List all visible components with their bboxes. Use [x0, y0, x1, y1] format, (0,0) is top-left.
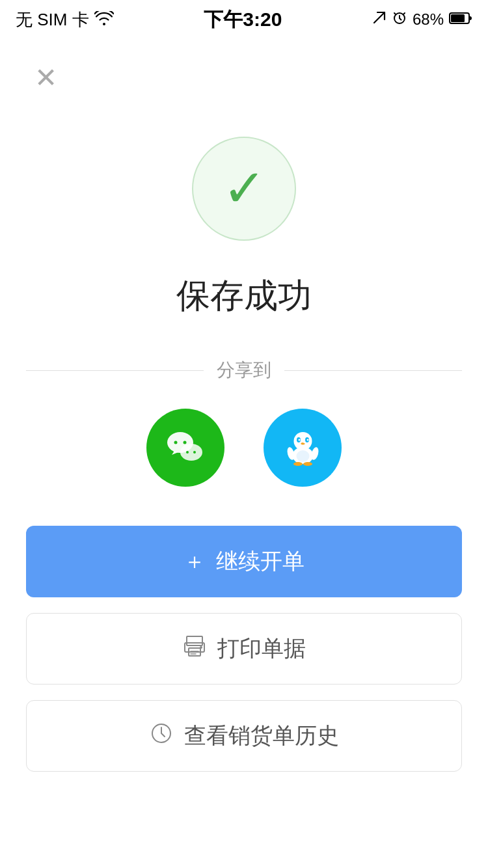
action-buttons: ＋ 继续开单 打印单据: [26, 526, 462, 772]
share-section: 分享到: [26, 358, 462, 487]
divider-right: [284, 370, 462, 371]
svg-point-23: [200, 646, 202, 649]
status-bar: 无 SIM 卡 下午3:20 68%: [0, 0, 488, 39]
success-title: 保存成功: [176, 273, 312, 319]
plus-icon: ＋: [183, 547, 206, 576]
svg-point-7: [186, 451, 189, 454]
alarm-icon: [392, 10, 407, 29]
share-label: 分享到: [217, 358, 271, 383]
status-left: 无 SIM 卡: [16, 8, 114, 31]
svg-point-8: [193, 451, 196, 454]
svg-point-5: [174, 441, 178, 444]
wechat-icon: [163, 425, 208, 470]
qq-icon: [282, 427, 324, 469]
svg-point-15: [296, 450, 309, 462]
location-icon: [372, 10, 386, 29]
status-right: 68%: [372, 10, 472, 29]
svg-rect-20: [187, 636, 202, 645]
success-circle: ✓: [192, 137, 296, 241]
svg-point-4: [180, 444, 202, 461]
print-label: 打印单据: [217, 634, 306, 664]
history-button[interactable]: 查看销货单历史: [26, 700, 462, 772]
status-time: 下午3:20: [204, 7, 282, 33]
print-button[interactable]: 打印单据: [26, 613, 462, 685]
print-icon: [182, 634, 207, 664]
close-icon: ✕: [34, 64, 57, 92]
wifi-icon: [94, 10, 114, 30]
qq-share-button[interactable]: [264, 409, 342, 487]
svg-point-13: [306, 439, 308, 441]
continue-label: 继续开单: [216, 547, 305, 576]
svg-point-16: [293, 462, 303, 466]
history-icon: [149, 721, 174, 751]
wechat-share-button[interactable]: [146, 409, 224, 487]
main-content: ✕ ✓ 保存成功 分享到: [0, 39, 488, 868]
svg-point-17: [303, 462, 312, 466]
share-icons: [146, 409, 342, 487]
share-divider-row: 分享到: [26, 358, 462, 383]
battery-percentage: 68%: [413, 10, 444, 29]
continue-button[interactable]: ＋ 继续开单: [26, 526, 462, 597]
sim-status: 无 SIM 卡: [16, 8, 89, 31]
svg-rect-2: [451, 14, 465, 22]
close-button[interactable]: ✕: [26, 59, 65, 98]
checkmark-icon: ✓: [223, 163, 266, 215]
battery-icon: [449, 10, 472, 29]
svg-point-12: [298, 439, 300, 441]
svg-point-6: [183, 441, 187, 444]
divider-left: [26, 370, 204, 371]
history-label: 查看销货单历史: [184, 721, 339, 751]
